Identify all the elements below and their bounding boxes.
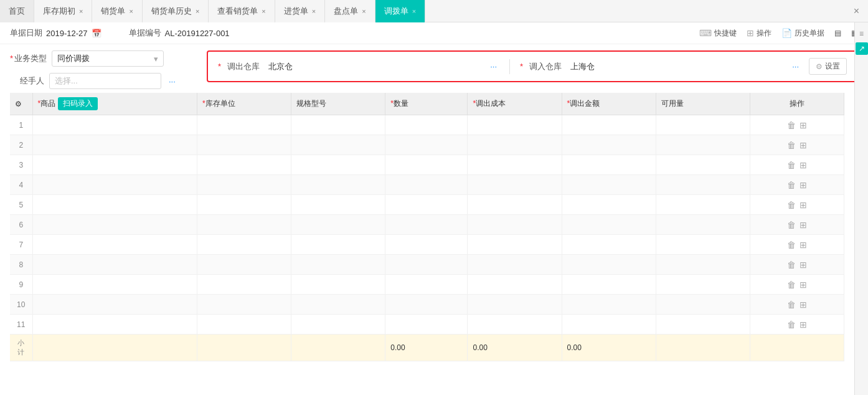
delete-icon-7[interactable]: 🗑 bbox=[787, 240, 796, 250]
delete-icon-5[interactable]: 🗑 bbox=[787, 200, 796, 210]
header-actions: ⌨ 快捷键 ⊞ 操作 📄 历史单据 ▤ ▦ bbox=[699, 28, 858, 39]
form-left: *业务类型 同价调拨 ▾ 经手人 选择... ··· bbox=[10, 50, 197, 89]
operations-icon: ⊞ bbox=[747, 28, 754, 38]
table-row: 6🗑⊞ bbox=[10, 215, 844, 235]
copy-icon-9[interactable]: ⊞ bbox=[800, 280, 807, 290]
calendar-icon[interactable]: 📅 bbox=[92, 29, 101, 38]
history-icon: 📄 bbox=[781, 28, 792, 38]
table-scroll[interactable]: ⚙ *商品 扫码录入 *库存单位 规格型号 *数量 *调出成本 *调出金额 可用… bbox=[10, 93, 844, 361]
table-row: 5🗑⊞ bbox=[10, 195, 844, 215]
operations-action[interactable]: ⊞ 操作 bbox=[747, 28, 771, 39]
warehouse-divider bbox=[509, 59, 510, 74]
th-gear: ⚙ bbox=[10, 93, 32, 115]
table-row: 10🗑⊞ bbox=[10, 295, 844, 315]
tab-close-purchase-order[interactable]: × bbox=[312, 7, 316, 15]
tab-home[interactable]: 首页 bbox=[0, 0, 34, 22]
data-table: ⚙ *商品 扫码录入 *库存单位 规格型号 *数量 *调出成本 *调出金额 可用… bbox=[10, 93, 844, 361]
business-type-dropdown-icon: ▾ bbox=[154, 54, 158, 64]
th-ops: 操作 bbox=[750, 93, 844, 115]
tab-sales-history[interactable]: 销货单历史 × bbox=[143, 0, 209, 22]
delete-icon-10[interactable]: 🗑 bbox=[787, 300, 796, 310]
tab-transfer[interactable]: 调拨单 × bbox=[375, 0, 425, 22]
sidebar-list-btn[interactable]: ≡ bbox=[856, 27, 868, 40]
business-type-field: *业务类型 同价调拨 ▾ bbox=[10, 50, 197, 67]
shortcut-icon: ⌨ bbox=[699, 28, 712, 38]
table-row: 2🗑⊞ bbox=[10, 135, 844, 155]
doc-date-value: 2019-12-27 bbox=[46, 29, 88, 38]
doc-number-value: AL-20191227-001 bbox=[165, 29, 230, 38]
table-row: 8🗑⊞ bbox=[10, 255, 844, 275]
shortcut-action[interactable]: ⌨ 快捷键 bbox=[699, 28, 737, 39]
delete-icon-6[interactable]: 🗑 bbox=[787, 220, 796, 230]
warehouse-box: * 调出仓库 北京仓 ··· * 调入仓库 上海仓 ··· ⚙ 设置 bbox=[207, 50, 858, 82]
copy-icon-10[interactable]: ⊞ bbox=[800, 300, 807, 310]
copy-icon-4[interactable]: ⊞ bbox=[800, 180, 807, 190]
th-product: *商品 扫码录入 bbox=[32, 93, 197, 115]
window-close-button[interactable]: × bbox=[845, 0, 868, 22]
out-warehouse-more-btn[interactable]: ··· bbox=[488, 62, 499, 71]
doc-header: 单据日期 2019-12-27 📅 单据编号 AL-20191227-001 ⌨… bbox=[0, 22, 868, 44]
doc-date-label: 单据日期 bbox=[10, 27, 42, 39]
copy-icon-8[interactable]: ⊞ bbox=[800, 260, 807, 270]
history-action[interactable]: 📄 历史单据 bbox=[781, 28, 824, 39]
copy-icon-11[interactable]: ⊞ bbox=[800, 320, 807, 330]
handler-select[interactable]: 选择... bbox=[49, 73, 161, 89]
layout1-action[interactable]: ▤ bbox=[834, 29, 841, 37]
handler-more-btn[interactable]: ··· bbox=[166, 77, 178, 86]
delete-icon-8[interactable]: 🗑 bbox=[787, 260, 796, 270]
tab-purchase-order[interactable]: 进货单 × bbox=[275, 0, 325, 22]
copy-icon-7[interactable]: ⊞ bbox=[800, 240, 807, 250]
tab-close-inventory-check[interactable]: × bbox=[362, 7, 366, 15]
delete-icon-9[interactable]: 🗑 bbox=[787, 280, 796, 290]
in-warehouse-item: * 调入仓库 上海仓 ··· bbox=[520, 61, 801, 72]
subtotal-amount: 0.00 bbox=[562, 335, 656, 361]
subtotal-row: 小计 0.00 0.00 0.00 bbox=[10, 335, 844, 361]
table-row: 9🗑⊞ bbox=[10, 275, 844, 295]
delete-icon-4[interactable]: 🗑 bbox=[787, 180, 796, 190]
copy-icon-3[interactable]: ⊞ bbox=[800, 160, 807, 170]
tab-view-sales[interactable]: 查看销货单 × bbox=[209, 0, 275, 22]
delete-icon-2[interactable]: 🗑 bbox=[787, 140, 796, 150]
tab-inventory-open[interactable]: 库存期初 × bbox=[34, 0, 92, 22]
handler-label: 经手人 bbox=[10, 75, 44, 87]
subtotal-cost: 0.00 bbox=[468, 335, 562, 361]
tab-close-view-sales[interactable]: × bbox=[262, 7, 265, 15]
tab-inventory-check[interactable]: 盘点单 × bbox=[325, 0, 375, 22]
table-row: 3🗑⊞ bbox=[10, 155, 844, 175]
tab-close-sales-order[interactable]: × bbox=[129, 7, 133, 15]
tab-close-transfer[interactable]: × bbox=[412, 7, 416, 15]
setting-button[interactable]: ⚙ 设置 bbox=[809, 58, 847, 75]
table-row: 7🗑⊞ bbox=[10, 235, 844, 255]
copy-icon-6[interactable]: ⊞ bbox=[800, 220, 807, 230]
in-warehouse-more-btn[interactable]: ··· bbox=[790, 62, 801, 71]
doc-number-label: 单据编号 bbox=[129, 27, 161, 39]
th-available: 可用量 bbox=[656, 93, 750, 115]
copy-icon-2[interactable]: ⊞ bbox=[800, 140, 807, 150]
gear-col-icon[interactable]: ⚙ bbox=[15, 100, 22, 108]
tab-sales-order[interactable]: 销货单 × bbox=[92, 0, 142, 22]
th-qty: *数量 bbox=[385, 93, 468, 115]
table-section: ⚙ *商品 扫码录入 *库存单位 规格型号 *数量 *调出成本 *调出金额 可用… bbox=[0, 93, 854, 361]
th-spec: 规格型号 bbox=[291, 93, 385, 115]
business-type-select[interactable]: 同价调拨 ▾ bbox=[52, 50, 164, 67]
subtotal-label: 小计 bbox=[10, 335, 32, 361]
scan-button[interactable]: 扫码录入 bbox=[58, 97, 98, 110]
tab-bar: 首页 库存期初 × 销货单 × 销货单历史 × 查看销货单 × 进货单 × 盘点… bbox=[0, 0, 868, 22]
th-unit: *库存单位 bbox=[197, 93, 291, 115]
table-row: 4🗑⊞ bbox=[10, 175, 844, 195]
doc-date-field: 单据日期 2019-12-27 📅 bbox=[10, 27, 101, 39]
handler-field: 经手人 选择... ··· bbox=[10, 73, 197, 89]
table-row: 11🗑⊞ bbox=[10, 315, 844, 335]
copy-icon-1[interactable]: ⊞ bbox=[800, 120, 807, 130]
tab-close-sales-history[interactable]: × bbox=[196, 7, 199, 15]
delete-icon-3[interactable]: 🗑 bbox=[787, 160, 796, 170]
delete-icon-1[interactable]: 🗑 bbox=[787, 120, 796, 130]
gear-icon: ⚙ bbox=[816, 62, 823, 71]
doc-fields: 单据日期 2019-12-27 📅 单据编号 AL-20191227-001 bbox=[10, 27, 245, 39]
tab-close-inventory-open[interactable]: × bbox=[79, 7, 83, 15]
sidebar-export-btn[interactable]: ↗ bbox=[856, 42, 868, 55]
delete-icon-11[interactable]: 🗑 bbox=[787, 320, 796, 330]
th-cost: *调出成本 bbox=[468, 93, 562, 115]
table-row: 1🗑⊞ bbox=[10, 115, 844, 135]
copy-icon-5[interactable]: ⊞ bbox=[800, 200, 807, 210]
